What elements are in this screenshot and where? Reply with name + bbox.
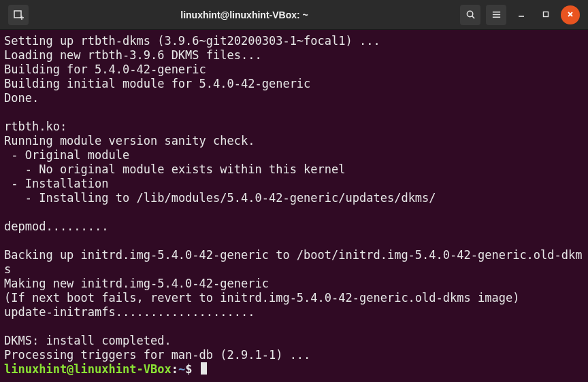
terminal-output: Setting up rtbth-dkms (3.9.6~git20200303… bbox=[4, 34, 584, 362]
hamburger-icon bbox=[491, 10, 502, 20]
maximize-icon bbox=[542, 10, 550, 20]
search-icon bbox=[466, 10, 476, 20]
prompt-separator: : bbox=[172, 362, 178, 376]
menu-button[interactable] bbox=[486, 5, 506, 25]
svg-rect-9 bbox=[544, 12, 549, 16]
svg-point-3 bbox=[467, 11, 472, 16]
svg-line-4 bbox=[472, 16, 474, 18]
close-icon bbox=[566, 10, 574, 20]
terminal-window: linuxhint@linuxhint-VBox: ~ bbox=[0, 0, 588, 382]
search-button[interactable] bbox=[460, 5, 480, 25]
svg-rect-0 bbox=[14, 11, 21, 18]
terminal-body[interactable]: Setting up rtbth-dkms (3.9.6~git20200303… bbox=[0, 30, 588, 382]
minimize-icon bbox=[517, 10, 525, 20]
window-title: linuxhint@linuxhint-VBox: ~ bbox=[34, 10, 455, 20]
minimize-button[interactable] bbox=[512, 5, 531, 24]
maximize-button[interactable] bbox=[536, 5, 555, 24]
prompt-user-host: linuxhint@linuxhint-VBox bbox=[4, 362, 172, 376]
cursor bbox=[201, 362, 207, 375]
new-tab-button[interactable] bbox=[8, 5, 29, 25]
titlebar-left bbox=[8, 5, 29, 25]
close-button[interactable] bbox=[561, 5, 580, 24]
prompt-symbol: $ bbox=[185, 362, 192, 376]
titlebar: linuxhint@linuxhint-VBox: ~ bbox=[0, 0, 588, 30]
new-tab-icon bbox=[13, 10, 24, 20]
prompt-path: ~ bbox=[178, 362, 185, 376]
titlebar-right bbox=[460, 5, 580, 25]
